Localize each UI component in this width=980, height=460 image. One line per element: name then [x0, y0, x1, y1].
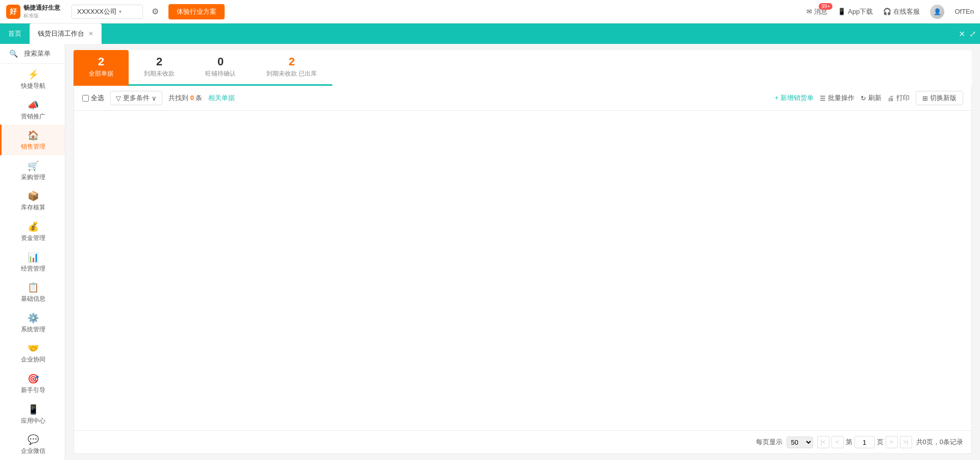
sidebar-item-apps[interactable]: 📱 应用中心	[0, 399, 65, 429]
tab-qhrc[interactable]: 钱货日清工作台 ✕	[30, 23, 102, 44]
page-label: 第	[846, 438, 852, 447]
sidebar-item-system[interactable]: ⚙️ 系统管理	[0, 307, 65, 338]
mobile-icon: 📱	[838, 8, 846, 15]
sidebar-item-manage[interactable]: 📊 经营管理	[0, 247, 65, 277]
sidebar-item-marketing[interactable]: 📣 营销推广	[0, 94, 65, 125]
toolbar-left: 全选 ▽ 更多条件 ∨ 共找到 0 条 相关单据	[82, 91, 769, 105]
chart-icon: 📊	[28, 252, 39, 263]
content-area: 2 全部单据 2 到期未收款 0 旺铺待确认 2 到期未收款 已出库 全选	[65, 44, 980, 460]
page-prev-button[interactable]: <	[831, 436, 844, 448]
sidebar-item-purchase[interactable]: 🛒 采购管理	[0, 155, 65, 186]
page-next-button[interactable]: >	[886, 436, 898, 448]
tab-home[interactable]: 首页	[0, 23, 30, 44]
avatar-placeholder: 👤	[930, 5, 944, 19]
app-download-button[interactable]: 📱 App下载	[838, 7, 873, 16]
target-icon: 🎯	[28, 373, 39, 384]
clipboard-icon: 📋	[28, 282, 39, 293]
found-text: 共找到 0 条	[168, 93, 202, 103]
sidebar-search-label: 搜索菜单	[24, 50, 51, 58]
megaphone-icon: 📣	[28, 100, 39, 111]
sidebar-purchase-label: 采购管理	[21, 174, 45, 182]
window-maximize-icon[interactable]: ⤢	[969, 29, 976, 39]
app-download-label: App下载	[848, 7, 873, 16]
page-number-input[interactable]	[854, 436, 875, 448]
page-size-select[interactable]: 20 50 100	[787, 437, 813, 448]
sidebar-item-search[interactable]: 🔍 搜索菜单	[0, 44, 65, 64]
company-name-label: XXXXXX公司	[77, 7, 117, 16]
main-layout: 🔍 搜索菜单 ⚡ 快捷导航 📣 营销推广 🏠 销售管理 🛒 采购管理 📦 库存核…	[0, 44, 980, 460]
page-first-button[interactable]: |<	[817, 436, 829, 448]
stats-tabs-container: 2 全部单据 2 到期未收款 0 旺铺待确认 2 到期未收款 已出库	[74, 50, 972, 86]
page-unit: 页	[877, 438, 884, 447]
sidebar-item-base[interactable]: 📋 基础信息	[0, 277, 65, 307]
filter-chevron-icon: ∨	[152, 94, 157, 102]
stat-tab-overdue[interactable]: 2 到期未收款	[129, 50, 190, 86]
sidebar-item-weixin[interactable]: 💬 企业微信	[0, 429, 65, 459]
sidebar-apps-label: 应用中心	[21, 417, 45, 425]
stat-wangpu-count: 0	[217, 56, 224, 67]
more-filter-button[interactable]: ▽ 更多条件 ∨	[110, 91, 162, 105]
select-all-input[interactable]	[82, 95, 89, 102]
print-button[interactable]: 🖨 打印	[888, 93, 910, 103]
online-service-label: 在线客服	[893, 7, 920, 16]
sidebar-finance-label: 资金管理	[21, 234, 45, 243]
pagination-bar: 每页显示 20 50 100 |< < 第 页 > >| 共0页，0条记录	[74, 430, 972, 454]
stat-tab-all[interactable]: 2 全部单据	[74, 50, 129, 86]
sidebar-guide-label: 新手引导	[21, 386, 45, 395]
nav-expand-controls: ✕ ⤢	[959, 23, 976, 44]
switch-version-button[interactable]: ⊞ 切换新版	[916, 91, 963, 105]
message-button[interactable]: ✉ 消息 99+	[806, 7, 827, 16]
related-records-link[interactable]: 相关单据	[208, 93, 235, 103]
stat-overdue-count: 2	[156, 56, 162, 67]
filter-label: 更多条件	[123, 93, 150, 103]
sidebar-item-quicknav[interactable]: ⚡ 快捷导航	[0, 64, 65, 94]
stat-shipped-label: 到期未收款 已出库	[266, 69, 317, 78]
search-icon: 🔍	[8, 48, 19, 59]
sidebar-quicknav-label: 快捷导航	[21, 82, 45, 90]
page-navigation: |< < 第 页 > >|	[817, 436, 912, 448]
message-badge: 99+	[819, 3, 832, 10]
company-selector[interactable]: XXXXXX公司 ▾	[71, 5, 143, 19]
qhrc-tab-label: 钱货日清工作台	[38, 29, 84, 38]
sidebar-item-finance[interactable]: 💰 资金管理	[0, 216, 65, 247]
sidebar-weixin-label: 企业微信	[21, 447, 45, 455]
user-name-label[interactable]: OfTEn	[954, 8, 974, 15]
select-all-label: 全选	[91, 93, 104, 103]
sidebar-item-sales[interactable]: 🏠 销售管理	[0, 125, 65, 155]
select-all-checkbox[interactable]: 全选	[82, 93, 104, 103]
sidebar-coop-label: 企业协同	[21, 356, 45, 364]
page-size-label: 每页显示	[756, 438, 782, 447]
list-toolbar: 全选 ▽ 更多条件 ∨ 共找到 0 条 相关单据 + 新增销货单 ☰ 批	[74, 86, 972, 111]
stat-tab-shipped[interactable]: 2 到期未收款 已出库	[251, 50, 332, 86]
headset-icon: 🎧	[883, 8, 891, 15]
filter-icon: ▽	[116, 94, 121, 102]
header-right-section: ✉ 消息 99+ 📱 App下载 🎧 在线客服 👤 OfTEn	[806, 5, 974, 19]
handshake-icon: 🤝	[28, 343, 39, 354]
toolbar-right: + 新增销货单 ☰ 批量操作 ↻ 刷新 🖨 打印 ⊞ 切换新版	[775, 91, 963, 105]
online-service-button[interactable]: 🎧 在线客服	[883, 7, 920, 16]
lightning-icon: ⚡	[28, 69, 39, 80]
sidebar-item-guide[interactable]: 🎯 新手引导	[0, 368, 65, 399]
sidebar-item-inventory[interactable]: 📦 库存核算	[0, 185, 65, 216]
box-icon: 📦	[28, 190, 39, 202]
user-avatar[interactable]: 👤	[930, 5, 944, 19]
refresh-button[interactable]: ↻ 刷新	[861, 93, 881, 103]
stat-all-label: 全部单据	[89, 69, 113, 78]
message-icon: ✉	[806, 8, 812, 15]
sidebar-base-label: 基础信息	[21, 295, 45, 303]
sidebar: 🔍 搜索菜单 ⚡ 快捷导航 📣 营销推广 🏠 销售管理 🛒 采购管理 📦 库存核…	[0, 44, 65, 460]
page-last-button[interactable]: >|	[900, 436, 912, 448]
stat-tab-wangpu[interactable]: 0 旺铺待确认	[190, 50, 251, 86]
sidebar-item-coop[interactable]: 🤝 企业协同	[0, 337, 65, 368]
settings-button[interactable]: ⚙	[148, 5, 162, 19]
cart-icon: 🛒	[28, 160, 39, 172]
stat-overdue-label: 到期未收款	[144, 69, 175, 78]
trial-button[interactable]: 体验行业方案	[168, 4, 225, 19]
window-close-icon[interactable]: ✕	[959, 29, 965, 39]
batch-operation-button[interactable]: ☰ 批量操作	[820, 93, 854, 103]
logo-text: 畅捷通好生意 标准版	[23, 4, 60, 19]
tab-close-icon[interactable]: ✕	[88, 30, 93, 37]
print-icon: 🖨	[888, 94, 894, 102]
data-table	[74, 111, 972, 430]
add-sales-order-button[interactable]: + 新增销货单	[775, 93, 814, 103]
